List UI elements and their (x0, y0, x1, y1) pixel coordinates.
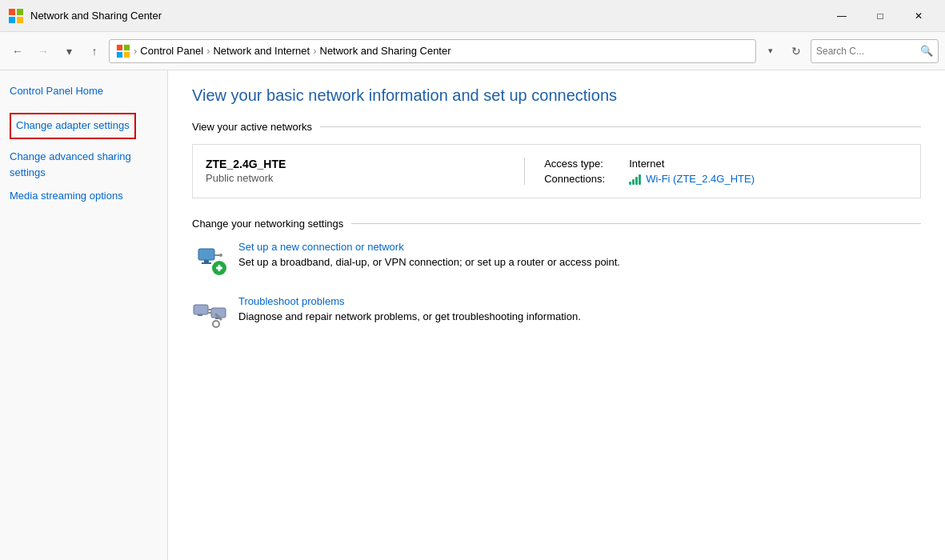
access-type-row: Access type: Internet (544, 158, 907, 170)
path-network-internet[interactable]: Network and Internet (213, 45, 310, 57)
wifi-link-text: Wi-Fi (ZTE_2.4G_HTE (646, 173, 751, 185)
active-networks-header: View your active networks (192, 121, 921, 133)
svg-rect-4 (117, 44, 122, 50)
svg-rect-8 (198, 249, 214, 260)
svg-rect-10 (202, 262, 211, 264)
svg-rect-7 (124, 51, 130, 57)
new-connection-icon (192, 241, 227, 276)
wifi-link-suffix: ) (751, 173, 755, 185)
wifi-connection-link[interactable]: Wi-Fi (ZTE_2.4G_HTE) (646, 173, 755, 185)
troubleshoot-link[interactable]: Troubleshoot problems (238, 295, 921, 307)
address-bar: ← → ▾ ↑ › Control Panel › Network and In… (0, 32, 945, 70)
network-type: Public network (206, 172, 508, 184)
page-title: View your basic network information and … (192, 86, 921, 105)
forward-button[interactable]: → (32, 40, 54, 62)
network-name: ZTE_2.4G_HTE (206, 158, 508, 170)
sidebar-links: Change adapter settings Change advanced … (10, 113, 158, 205)
active-networks-label: View your active networks (192, 121, 312, 133)
change-settings-label: Change your networking settings (192, 218, 343, 230)
bar3 (635, 177, 638, 185)
path-sep-2: › (206, 45, 210, 57)
path-sep-1: › (134, 45, 137, 57)
dropdown-button[interactable]: ▾ (58, 40, 80, 62)
title-bar: Network and Sharing Center — □ ✕ (0, 0, 945, 32)
settings-section: Change your networking settings (192, 218, 921, 330)
title-bar-left: Network and Sharing Center (8, 8, 162, 24)
troubleshoot-desc: Diagnose and repair network problems, or… (238, 310, 581, 322)
connections-label: Connections: (544, 173, 624, 185)
path-sep-3: › (313, 45, 316, 57)
address-dropdown-button[interactable]: ▾ (759, 40, 782, 62)
search-input[interactable] (816, 46, 917, 57)
new-connection-desc: Set up a broadband, dial-up, or VPN conn… (238, 256, 620, 268)
refresh-button[interactable]: ↻ (785, 40, 807, 62)
svg-rect-0 (9, 9, 15, 15)
connections-row: Connections: Wi-Fi (ZTE_2.4G_HTE) (544, 173, 907, 185)
wifi-signal-icon (629, 174, 641, 185)
bar4 (639, 174, 641, 185)
svg-rect-2 (9, 17, 15, 23)
sidebar-change-adapter-link[interactable]: Change adapter settings (10, 113, 136, 139)
search-box[interactable]: 🔍 (811, 39, 939, 63)
path-network-sharing[interactable]: Network and Sharing Center (320, 45, 451, 57)
main-layout: Control Panel Home Change adapter settin… (0, 70, 945, 560)
content-area: View your basic network information and … (168, 70, 945, 560)
access-type-value: Internet (629, 158, 664, 170)
new-connection-link[interactable]: Set up a new connection or network (238, 241, 921, 253)
path-icon (116, 44, 130, 58)
change-settings-header: Change your networking settings (192, 218, 921, 230)
address-path[interactable]: › Control Panel › Network and Internet ›… (109, 39, 756, 63)
up-button[interactable]: ↑ (83, 40, 106, 62)
back-button[interactable]: ← (6, 40, 29, 62)
troubleshoot-icon (192, 295, 227, 330)
svg-rect-16 (194, 305, 208, 314)
app-icon (8, 8, 24, 24)
minimize-button[interactable]: — (823, 4, 860, 28)
svg-point-22 (213, 321, 219, 327)
svg-point-15 (219, 254, 222, 257)
window-controls: — □ ✕ (823, 4, 937, 28)
troubleshoot-text: Troubleshoot problems Diagnose and repai… (238, 295, 921, 324)
svg-rect-13 (218, 265, 221, 271)
network-access: Access type: Internet Connections: Wi-Fi… (525, 158, 907, 185)
new-connection-text: Set up a new connection or network Set u… (238, 241, 921, 270)
search-icon: 🔍 (920, 45, 933, 57)
bar1 (629, 182, 631, 185)
svg-rect-5 (124, 44, 130, 50)
new-connection-item: Set up a new connection or network Set u… (192, 241, 921, 276)
svg-rect-9 (204, 260, 209, 262)
maximize-button[interactable]: □ (862, 4, 899, 28)
sidebar-change-advanced-link[interactable]: Change advanced sharing settings (10, 149, 158, 182)
sidebar-media-streaming-link[interactable]: Media streaming options (10, 188, 158, 205)
bar2 (632, 179, 635, 185)
troubleshoot-item: Troubleshoot problems Diagnose and repai… (192, 295, 921, 330)
svg-rect-17 (198, 314, 202, 316)
network-info: ZTE_2.4G_HTE Public network (206, 158, 525, 185)
close-button[interactable]: ✕ (900, 4, 937, 28)
path-control-panel[interactable]: Control Panel (140, 45, 203, 57)
window-title: Network and Sharing Center (30, 10, 162, 22)
access-type-label: Access type: (544, 158, 624, 170)
svg-rect-3 (17, 17, 23, 23)
svg-rect-6 (117, 51, 122, 57)
active-networks-panel: ZTE_2.4G_HTE Public network Access type:… (192, 144, 921, 198)
sidebar: Control Panel Home Change adapter settin… (0, 70, 168, 560)
sidebar-home-link[interactable]: Control Panel Home (10, 83, 158, 100)
svg-rect-1 (17, 9, 23, 15)
